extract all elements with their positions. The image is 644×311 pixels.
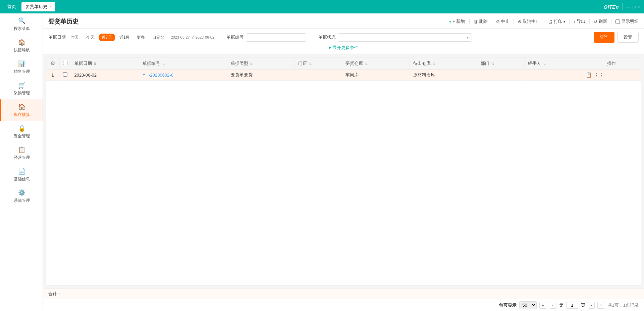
date-btn-today[interactable]: 今天 <box>83 34 97 41</box>
print-dropdown-icon: ▾ <box>564 20 565 24</box>
filter-group-doc-status: 单据状态 ▾ <box>318 33 588 42</box>
sidebar-item-finance[interactable]: 🔒 资金管理 <box>0 121 43 142</box>
sort-store-icon[interactable]: ⇅ <box>309 62 312 65</box>
sidebar-item-system-label: 系统管理 <box>14 198 30 204</box>
per-page-select[interactable]: 50 20 100 200 <box>519 301 537 309</box>
sort-handler-icon[interactable]: ⇅ <box>543 62 546 65</box>
stop-button[interactable]: ⊘ 中止 <box>496 18 509 25</box>
date-btn-more[interactable]: 更多 <box>134 34 148 41</box>
divider-6 <box>589 19 590 24</box>
td-doc-type: 要货单要货 <box>227 70 295 81</box>
sidebar-item-purchase-label: 采购管理 <box>14 90 30 96</box>
table-row: 1 2023-06-02 YH-20230602-0 要货单要货 车间库 原材料… <box>46 70 641 81</box>
export-button[interactable]: ↑ 导出 <box>574 18 586 25</box>
td-index: 1 <box>46 70 59 81</box>
select-all-checkbox[interactable] <box>63 61 67 65</box>
date-btn-custom[interactable]: 自定义 <box>149 34 167 41</box>
print-button[interactable]: 🖨 打印 ▾ <box>548 18 565 25</box>
expand-more-label: 展开更多条件 <box>332 45 359 51</box>
cancel-stop-icon: ⊗ <box>518 19 522 24</box>
th-doc-type: 单据类型 ⇅ <box>227 57 295 70</box>
doc-status-select[interactable]: ▾ <box>338 33 472 42</box>
top-bar-right: OfTEn — □ × <box>604 3 641 10</box>
refresh-button[interactable]: ↺ 刷新 <box>594 18 607 25</box>
row-more-icon[interactable]: ⋮⋮ <box>594 72 604 78</box>
sidebar-item-basic-info[interactable]: 📄 基础信息 <box>0 164 43 185</box>
sidebar-item-system[interactable]: ⚙️ 系统管理 <box>0 185 43 207</box>
system-icon: ⚙️ <box>18 189 25 196</box>
page-title: 要货单历史 <box>48 17 78 26</box>
doc-number-input[interactable] <box>246 33 306 42</box>
sidebar-item-sales-label: 销售管理 <box>14 69 30 75</box>
tab-requisition-history[interactable]: 要货单历史 × <box>21 2 55 11</box>
sidebar-item-inventory[interactable]: 🏠 库存核算 <box>0 99 43 121</box>
th-department: 部门 ⇅ <box>477 57 525 70</box>
sidebar-item-purchase[interactable]: 🛒 采购管理 <box>0 78 43 99</box>
minimize-btn[interactable]: — <box>626 4 630 9</box>
sort-doc-date-icon[interactable]: ⇅ <box>94 62 96 65</box>
filter-area: 单据日期 昨天 今天 近7天 近1月 更多 自定义 2023-05-27 至 2… <box>43 29 644 54</box>
th-doc-date: 单据日期 ⇅ <box>71 57 139 70</box>
sidebar-item-basic-info-label: 基础信息 <box>14 176 30 182</box>
new-icon: + <box>449 19 452 24</box>
td-doc-number[interactable]: YH-20230602-0 <box>139 70 227 81</box>
sidebar-item-finance-label: 资金管理 <box>14 133 30 139</box>
sort-doc-number-icon[interactable]: ⇅ <box>162 62 165 65</box>
delete-button[interactable]: 🗑 删除 <box>474 18 488 25</box>
table-settings-icon[interactable]: ⚙ <box>50 60 55 66</box>
delete-label: 删除 <box>479 18 488 25</box>
expand-more-button[interactable]: ▾ 展开更多条件 <box>48 45 639 51</box>
query-buttons: 查询 设置 <box>594 32 639 43</box>
sidebar-item-sales[interactable]: 📊 销售管理 <box>0 56 43 78</box>
sort-req-warehouse-icon[interactable]: ⇅ <box>365 62 368 65</box>
per-page-label: 每页显示 <box>499 302 517 308</box>
search-menu-icon: 🔍 <box>18 17 25 25</box>
maximize-btn[interactable]: □ <box>633 4 636 9</box>
sidebar-item-search[interactable]: 🔍 搜索菜单 <box>0 13 43 35</box>
divider-5 <box>569 19 570 24</box>
page-number-input[interactable] <box>566 302 578 309</box>
stop-icon: ⊘ <box>496 19 500 24</box>
display-detail-input[interactable] <box>615 19 620 24</box>
td-req-warehouse: 车间库 <box>342 70 410 81</box>
export-icon: ↑ <box>574 19 576 24</box>
page-suffix-label: 页 <box>581 302 585 308</box>
export-label: 导出 <box>577 18 585 25</box>
filter-group-date: 单据日期 昨天 今天 近7天 近1月 更多 自定义 2023-05-27 至 2… <box>48 34 214 41</box>
display-detail-checkbox[interactable]: 显示明细 <box>615 18 639 25</box>
prev-page-btn[interactable]: ‹ <box>550 302 556 309</box>
pagination-info: 共1页，1条记录 <box>608 302 639 308</box>
th-pending-warehouse: 待出仓库 ⇅ <box>410 57 477 70</box>
row-edit-icon[interactable]: 📋 <box>586 72 592 78</box>
first-page-btn[interactable]: « <box>539 302 547 309</box>
doc-number-link[interactable]: YH-20230602-0 <box>143 73 173 78</box>
date-btn-yesterday[interactable]: 昨天 <box>68 34 82 41</box>
print-icon: 🖨 <box>548 19 553 24</box>
cancel-stop-button[interactable]: ⊗ 取消中止 <box>518 18 540 25</box>
new-button[interactable]: + + 新增 <box>449 18 465 25</box>
sort-department-icon[interactable]: ⇅ <box>491 62 494 65</box>
sidebar: 🔍 搜索菜单 🏠 快捷导航 📊 销售管理 🛒 采购管理 🏠 库存核算 🔒 资金管… <box>0 13 43 311</box>
brand-text: OfTEn <box>604 4 619 10</box>
settings-button[interactable]: 设置 <box>617 32 639 43</box>
last-page-btn[interactable]: » <box>597 302 605 309</box>
main-layout: 🔍 搜索菜单 🏠 快捷导航 📊 销售管理 🛒 采购管理 🏠 库存核算 🔒 资金管… <box>0 13 644 311</box>
sidebar-item-operations[interactable]: 📋 经营管理 <box>0 142 43 164</box>
basic-info-icon: 📄 <box>18 168 25 175</box>
query-button[interactable]: 查询 <box>594 32 614 43</box>
page-prefix-label: 第 <box>559 302 564 308</box>
divider-7 <box>611 19 611 24</box>
row-checkbox[interactable] <box>63 72 67 77</box>
sort-pending-warehouse-icon[interactable]: ⇅ <box>432 62 435 65</box>
tab-home[interactable]: 首页 <box>3 2 20 11</box>
close-icon[interactable]: × <box>49 5 51 9</box>
next-page-btn[interactable]: › <box>588 302 595 309</box>
sort-doc-type-icon[interactable]: ⇅ <box>250 62 253 65</box>
date-btn-7days[interactable]: 近7天 <box>99 34 115 41</box>
print-label: 打印 <box>554 18 562 25</box>
date-btn-1month[interactable]: 近1月 <box>116 34 133 41</box>
sidebar-item-quick-nav[interactable]: 🏠 快捷导航 <box>0 35 43 56</box>
close-window-btn[interactable]: × <box>638 4 641 9</box>
divider-1 <box>469 19 470 24</box>
tab-home-label: 首页 <box>7 4 16 10</box>
